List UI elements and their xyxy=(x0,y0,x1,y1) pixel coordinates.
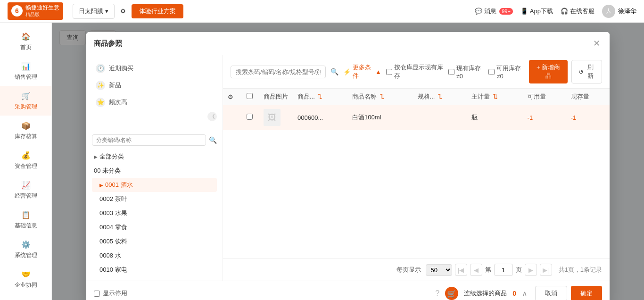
category-tea-label: 0002 茶叶 xyxy=(99,195,127,203)
inventory-icon: 📦 xyxy=(21,120,31,131)
col-unit-label: 主计量 xyxy=(471,93,490,100)
category-tea[interactable]: 0002 茶叶 xyxy=(92,192,217,206)
row-available-cell: -1 xyxy=(523,105,566,130)
tab-high-frequency[interactable]: ⭐ 频次高 xyxy=(92,95,217,110)
checkbox-available[interactable] xyxy=(488,69,495,75)
more-conditions-btn[interactable]: ⚡ 更多条件 ▲ xyxy=(343,63,381,80)
cart-button[interactable]: 🛒 xyxy=(445,287,458,300)
messages-btn[interactable]: 💬 消息 99+ xyxy=(475,7,513,16)
sales-icon: 📊 xyxy=(21,61,31,71)
tab-freq-label: 频次高 xyxy=(109,98,127,107)
next-page-btn[interactable]: ▶ xyxy=(525,264,537,276)
col-code-header[interactable]: 商品... ⇅ xyxy=(293,89,347,105)
modal-header: 商品参照 ✕ xyxy=(86,32,610,55)
modal-overlay: 商品参照 ✕ 🕐 近期购买 ✨ xyxy=(52,23,644,300)
sidebar-item-purchase[interactable]: 🛒 采购管理 xyxy=(0,86,51,116)
checkbox-available-label[interactable]: 可用库存≠0 xyxy=(488,64,524,80)
sort-code-icon[interactable]: ⇅ xyxy=(317,93,322,100)
help-icon[interactable]: ? xyxy=(435,289,439,298)
category-water[interactable]: 0008 水 xyxy=(92,249,217,263)
sidebar-label-home: 首页 xyxy=(20,43,32,51)
refresh-btn[interactable]: ↺ 刷新 xyxy=(571,60,602,83)
show-disabled-label[interactable]: 显示停用 xyxy=(94,289,127,298)
product-search-icon[interactable]: 🔍 xyxy=(330,68,339,75)
sidebar-item-basic-info[interactable]: 📋 基础信息 xyxy=(0,205,51,234)
sidebar-item-finance[interactable]: 💰 资金管理 xyxy=(0,145,51,175)
app-download-btn[interactable]: 📱 App下载 xyxy=(520,7,553,16)
product-search-input[interactable] xyxy=(231,66,326,78)
table-row[interactable]: 🖼 000600... 白酒100ml 瓶 -1 -1 xyxy=(223,105,610,130)
row-checkbox[interactable] xyxy=(247,114,253,120)
tab-recent-purchase[interactable]: 🕐 近期购买 xyxy=(92,61,217,76)
category-unclassified[interactable]: 00 未分类 xyxy=(92,164,217,178)
sort-name-icon[interactable]: ⇅ xyxy=(380,93,385,100)
collapse-panel-btn[interactable]: 《 xyxy=(207,112,217,121)
col-check-header[interactable] xyxy=(242,89,259,105)
category-beverages-label: 0005 饮料 xyxy=(99,237,127,246)
header-right: 💬 消息 99+ 📱 App下载 🎧 在线客服 人 徐泽华 xyxy=(475,5,636,18)
sidebar-item-collab[interactable]: 🤝 企业协同 xyxy=(0,264,51,294)
col-spec-header[interactable]: 规格... ⇅ xyxy=(413,89,467,105)
sidebar-item-guide[interactable]: 🌟 新手引导 xyxy=(0,294,51,300)
online-service-btn[interactable]: 🎧 在线客服 xyxy=(561,7,594,16)
messages-label: 消息 xyxy=(484,7,496,16)
sort-spec-icon[interactable]: ⇅ xyxy=(438,93,443,100)
app-download-label: App下载 xyxy=(530,7,553,16)
first-page-btn[interactable]: |◀ xyxy=(455,264,467,276)
col-unit-header[interactable]: 主计量 ⇅ xyxy=(467,89,522,105)
category-fruit[interactable]: 0003 水果 xyxy=(92,206,217,220)
category-snacks-label: 0004 零食 xyxy=(99,223,127,232)
row-check-cell[interactable] xyxy=(242,105,259,130)
cart-collapse-icon[interactable]: ∧ xyxy=(522,289,528,298)
checkbox-stock-label[interactable]: 现有库存≠0 xyxy=(448,64,484,80)
sidebar-item-operations[interactable]: 📈 经营管理 xyxy=(0,175,51,205)
col-stock-header: 现存量 xyxy=(566,89,610,105)
sidebar-item-sales[interactable]: 📊 销售管理 xyxy=(0,56,51,86)
cancel-button[interactable]: 取消 xyxy=(535,286,567,300)
trial-button[interactable]: 体验行业方案 xyxy=(132,4,183,18)
category-alcohol[interactable]: ▶ 0001 酒水 xyxy=(92,178,217,192)
col-name-header[interactable]: 商品名称 ⇅ xyxy=(347,89,413,105)
col-settings-header[interactable]: ⚙ xyxy=(223,89,242,105)
add-product-btn[interactable]: + 新增商品 xyxy=(529,60,568,83)
sort-unit-icon[interactable]: ⇅ xyxy=(493,93,498,100)
modal-body: 🕐 近期购买 ✨ 新品 ⭐ 频次高 《 xyxy=(86,55,610,281)
page-size-select[interactable]: 50 10 20 100 xyxy=(426,264,452,276)
col-spec-label: 规格... xyxy=(418,93,435,100)
category-all[interactable]: ▶ 全部分类 xyxy=(92,150,217,164)
confirm-button[interactable]: 确定 xyxy=(571,286,602,300)
top-header: 6 畅捷通好生意 精品版 日太阳膜 ▾ ⚙ 体验行业方案 💬 消息 99+ 📱 … xyxy=(0,0,644,23)
checkbox-warehouse-label[interactable]: 按仓库显示现有库存 xyxy=(386,63,444,80)
prev-page-btn[interactable]: ◀ xyxy=(470,264,482,276)
sidebar-item-system[interactable]: ⚙️ 系统管理 xyxy=(0,234,51,264)
system-icon: ⚙️ xyxy=(21,239,31,250)
modal-close-button[interactable]: ✕ xyxy=(591,38,602,49)
logo-area[interactable]: 6 畅捷通好生意 精品版 xyxy=(8,2,63,19)
product-image: 🖼 xyxy=(264,109,281,126)
mobile-icon: 📱 xyxy=(520,8,528,15)
sidebar-item-inventory[interactable]: 📦 库存核算 xyxy=(0,116,51,145)
show-disabled-checkbox[interactable] xyxy=(94,291,100,297)
tab-new-products[interactable]: ✨ 新品 xyxy=(92,78,217,93)
nav-dropdown[interactable]: 日太阳膜 ▾ xyxy=(73,4,115,19)
settings-icon-btn[interactable]: ⚙ xyxy=(120,8,126,15)
page-number-input[interactable] xyxy=(494,264,513,276)
category-beverages[interactable]: 0005 饮料 xyxy=(92,234,217,249)
checkbox-warehouse[interactable] xyxy=(386,69,392,75)
category-search-icon[interactable]: 🔍 xyxy=(209,136,217,144)
cart-area: ? 🛒 连续选择的商品 0 ∧ xyxy=(435,287,528,300)
sidebar-item-home[interactable]: 🏠 首页 xyxy=(0,26,51,56)
checkbox-stock-text: 现有库存≠0 xyxy=(456,64,484,80)
category-snacks[interactable]: 0004 零食 xyxy=(92,220,217,234)
category-search-row: 🔍 xyxy=(86,133,223,148)
category-appliances[interactable]: 0010 家电 xyxy=(92,263,217,277)
row-spec-cell xyxy=(413,105,467,130)
last-page-btn[interactable]: ▶| xyxy=(540,264,552,276)
select-all-checkbox[interactable] xyxy=(247,93,253,99)
page-size-label: 每页显示 xyxy=(396,266,421,274)
user-avatar-area[interactable]: 人 徐泽华 xyxy=(602,5,636,18)
category-search-input[interactable] xyxy=(92,134,206,146)
nav-chevron-icon: ▾ xyxy=(105,8,108,15)
checkbox-stock[interactable] xyxy=(448,69,454,75)
all-arrow-icon: ▶ xyxy=(94,154,98,159)
